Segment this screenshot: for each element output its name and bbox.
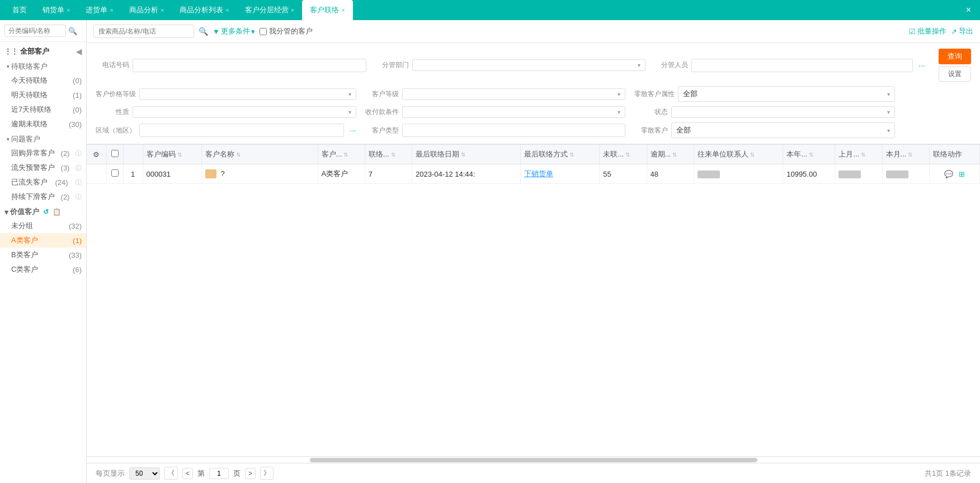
scroll-thumb[interactable] (310, 458, 757, 462)
my-customers-checkbox-label[interactable]: 我分管的客户 (260, 26, 313, 36)
filter-search-icon[interactable]: 🔍 (199, 27, 208, 36)
sidebar-search-icon[interactable]: 🔍 (68, 27, 77, 35)
batch-op-btn[interactable]: ☑ 批量操作 (909, 26, 946, 36)
status-select[interactable]: ▾ (671, 106, 895, 118)
sidebar-item-overdue-contact[interactable]: 逾期未联络 (30) (0, 117, 86, 131)
sort-type-icon[interactable]: ⇅ (343, 151, 348, 158)
sidebar-item-churn-warning[interactable]: 流失预警客户 (3) ⓘ (0, 160, 86, 175)
retail-attr-select[interactable]: 全部 ▾ (678, 86, 895, 102)
close-sales-tab[interactable]: × (67, 7, 70, 13)
sort-last-way-icon[interactable]: ⇅ (569, 151, 574, 158)
cell-checkbox[interactable] (106, 164, 123, 184)
sort-unit-contact-icon[interactable]: ⇅ (750, 151, 755, 158)
page-input[interactable] (209, 468, 229, 479)
nav-product-analysis-list[interactable]: 商品分析列表 × (172, 0, 237, 20)
sidebar-collapse-icon[interactable]: ◀ (76, 48, 82, 56)
phone-input[interactable] (133, 59, 366, 72)
settings-icon[interactable]: ⚙ (93, 150, 100, 159)
next-page-btn[interactable]: > (245, 468, 256, 479)
select-all-checkbox[interactable] (111, 150, 119, 157)
setting-button[interactable]: 设置 (939, 67, 971, 82)
close-purchase-tab[interactable]: × (110, 7, 113, 13)
sidebar-item-class-a[interactable]: A类客户 (1) (0, 233, 86, 248)
col-code[interactable]: 客户编码 ⇅ (143, 145, 201, 164)
col-last-month[interactable]: 上月... ⇅ (835, 145, 882, 164)
sidebar-item-churned[interactable]: 已流失客户 (24) ⓘ (0, 175, 86, 190)
sidebar-item-today-contact[interactable]: 今天待联络 (0) (0, 73, 86, 88)
manager-input[interactable] (691, 59, 913, 72)
my-customers-checkbox[interactable] (260, 28, 267, 35)
grid-icon: ⋮⋮ (4, 48, 18, 55)
col-type[interactable]: 客户... ⇅ (318, 145, 365, 164)
retail-customer-select[interactable]: 全部 ▾ (671, 122, 895, 138)
close-product-analysis-tab[interactable]: × (161, 7, 164, 13)
nav-customer-contact[interactable]: 客户联络 × (302, 0, 352, 20)
col-name[interactable]: 客户名称 ⇅ (201, 145, 318, 164)
sort-name-icon[interactable]: ⇅ (236, 151, 241, 158)
chat-icon[interactable]: 💬 (944, 170, 953, 178)
col-contact[interactable]: 联络... ⇅ (365, 145, 412, 164)
nature-select[interactable]: ▾ (133, 106, 356, 118)
col-this-month[interactable]: 本月... ⇅ (882, 145, 929, 164)
prev-page-btn[interactable]: < (182, 468, 193, 479)
sort-last-date-icon[interactable]: ⇅ (461, 151, 465, 158)
last-page-btn[interactable]: 》 (260, 467, 274, 480)
col-this-year[interactable]: 本年... ⇅ (783, 145, 835, 164)
customer-level-select[interactable]: ▾ (402, 88, 626, 100)
col-last-way[interactable]: 最后联络方式 ⇅ (521, 145, 600, 164)
nav-product-analysis[interactable]: 商品分析 × (121, 0, 172, 20)
page-size-select[interactable]: 50 100 200 (129, 467, 160, 480)
col-unit-contact[interactable]: 往来单位联系人 ⇅ (694, 145, 783, 164)
search-input[interactable] (93, 25, 194, 38)
dept-select[interactable]: ▾ (412, 59, 646, 71)
sidebar-search-input[interactable] (4, 25, 66, 37)
info-icon-1: ⓘ (76, 164, 82, 172)
sort-overdue-icon[interactable]: ⇅ (672, 151, 677, 158)
close-product-analysis-list-tab[interactable]: × (225, 7, 229, 13)
filter-icon: ▼ (213, 27, 220, 36)
sort-contact-icon[interactable]: ⇅ (391, 151, 395, 158)
customer-table: ⚙ 客户编码 ⇅ (87, 145, 980, 184)
nav-sales[interactable]: 销货单 × (35, 0, 78, 20)
last-way-link[interactable]: 下销货单 (524, 169, 553, 178)
region-dots[interactable]: ··· (350, 126, 356, 135)
region-input[interactable] (139, 124, 344, 137)
sidebar-item-repurchase-abnormal[interactable]: 回购异常客户 (2) ⓘ (0, 146, 86, 160)
close-customer-contact-tab[interactable]: × (341, 7, 345, 13)
cell-last-way[interactable]: 下销货单 (521, 164, 600, 184)
sidebar-item-7days-contact[interactable]: 近7天待联络 (0) (0, 102, 86, 117)
nav-home[interactable]: 首页 (4, 0, 35, 20)
close-all-tabs[interactable]: × (962, 3, 976, 17)
sidebar-item-class-b[interactable]: B类客户 (33) (0, 248, 86, 262)
table-body: 1 000031 ? A类客户 7 2023-04-12 14:44: 下销货单… (87, 164, 980, 184)
sidebar-item-class-c[interactable]: C类客户 (6) (0, 262, 86, 277)
sidebar-item-tomorrow-contact[interactable]: 明天待联络 (1) (0, 88, 86, 102)
manager-dots[interactable]: ··· (918, 61, 925, 70)
sidebar-item-unclassified[interactable]: 未分组 (32) (0, 219, 86, 233)
col-select-all[interactable] (106, 145, 123, 164)
close-customer-tier-tab[interactable]: × (291, 7, 294, 13)
nav-customer-tier[interactable]: 客户分层经营 × (237, 0, 302, 20)
col-settings[interactable]: ⚙ (87, 145, 106, 164)
col-overdue[interactable]: 逾期... ⇅ (647, 145, 694, 164)
customer-type-input[interactable] (402, 124, 626, 137)
price-level-select[interactable]: ▾ (139, 88, 356, 100)
sort-this-month-icon[interactable]: ⇅ (908, 151, 912, 158)
sort-this-year-icon[interactable]: ⇅ (809, 151, 813, 158)
add-group-icon[interactable]: 📋 (53, 208, 61, 216)
more-conditions-btn[interactable]: ▼ 更多条件 ▾ (213, 26, 255, 36)
export-btn[interactable]: ↗ 导出 (951, 26, 973, 36)
first-page-btn[interactable]: 《 (164, 467, 178, 480)
col-last-date[interactable]: 最后联络日期 ⇅ (412, 145, 521, 164)
sort-no-contact-icon[interactable]: ⇅ (625, 151, 630, 158)
row-checkbox[interactable] (111, 169, 119, 177)
col-no-contact[interactable]: 未联... ⇅ (600, 145, 647, 164)
refresh-icon[interactable]: ↺ (43, 208, 49, 216)
query-button[interactable]: 查询 (939, 49, 971, 64)
sidebar-item-declining[interactable]: 持续下滑客户 (2) ⓘ (0, 190, 86, 204)
nav-purchase[interactable]: 进货单 × (78, 0, 121, 20)
payment-select[interactable]: ▾ (402, 106, 626, 118)
sort-last-month-icon[interactable]: ⇅ (861, 151, 865, 158)
qr-icon[interactable]: ⊞ (959, 170, 965, 178)
sort-code-icon[interactable]: ⇅ (177, 151, 182, 158)
